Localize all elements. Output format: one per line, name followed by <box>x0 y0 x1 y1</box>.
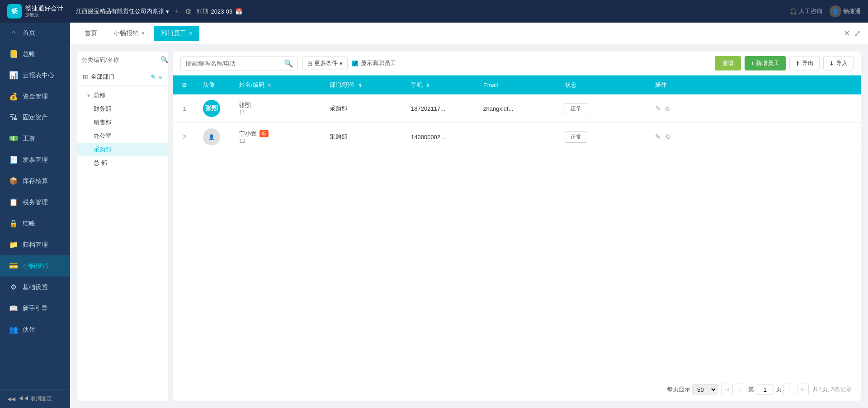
add-company-button[interactable]: + <box>175 7 179 16</box>
cancel-pin-button[interactable]: ◀◀ ◀◀ 取消固定 <box>0 389 70 408</box>
filter-icon: ⊟ <box>307 60 312 67</box>
employee-search-input[interactable] <box>185 60 281 67</box>
export-button[interactable]: ⬆ 导出 <box>789 56 820 70</box>
sidebar-item-tax[interactable]: 📋 税务管理 <box>0 192 70 213</box>
avatar-cell-1: 张熙 <box>196 94 232 123</box>
page-size-select[interactable]: 50 10 20 100 <box>692 384 717 395</box>
sidebar-item-close[interactable]: 🔒 结账 <box>0 213 70 234</box>
last-page-button[interactable]: ⊳ <box>797 384 809 395</box>
sidebar-item-salary[interactable]: 💵 工资 <box>0 128 70 149</box>
dept-node-finance[interactable]: 财务部 <box>77 102 168 116</box>
refresh-icon-2[interactable]: ↻ <box>665 133 671 141</box>
status-badge-1: 正常 <box>565 103 587 114</box>
col-dept[interactable]: 部门/职位 ⇅ <box>322 75 404 94</box>
dept-search-input[interactable] <box>82 56 158 63</box>
col-actions: 操作 <box>648 75 861 94</box>
prev-page-button[interactable]: ‹ <box>735 384 746 395</box>
tab-expand-icon[interactable]: ⤢ <box>854 28 861 38</box>
main-layout: ⌂ 首页 📒 总账 📊 云报表中心 💰 资金管理 🏗 固定资产 💵 工资 🧾 发… <box>0 23 868 408</box>
company-dropdown-icon: ▾ <box>166 8 169 15</box>
phone-sort-icon: ⇅ <box>426 83 430 88</box>
more-filter-button[interactable]: ⊟ 更多条件 ▾ <box>302 56 348 70</box>
table-row: 2 👤 宁小壹 <box>173 123 861 151</box>
tab-employees[interactable]: 部门员工 × <box>154 26 199 41</box>
employee-search-area: 🔍 <box>180 56 298 70</box>
row-num-1: 1 <box>173 94 196 123</box>
show-resigned-label[interactable]: 显示离职员工 <box>361 59 396 67</box>
user-menu[interactable]: 👤 畅捷通 <box>830 5 861 17</box>
fixed-icon: 🏗 <box>9 113 18 122</box>
dept-node-general[interactable]: 总 部 <box>77 156 168 170</box>
partner-icon: 👥 <box>9 325 18 334</box>
tax-icon: 📋 <box>9 198 18 206</box>
service-button[interactable]: 🎧 人工咨询 <box>790 7 822 15</box>
tab-close-all-icon[interactable]: ✕ <box>844 28 850 38</box>
tab-bar: 首页 小畅报销 × 部门员工 × ✕ ⤢ <box>70 23 868 44</box>
dept-node-headquarters[interactable]: ▼ 总部 <box>77 89 168 102</box>
avatar: 👤 <box>830 5 841 17</box>
tab-expense[interactable]: 小畅报销 × <box>106 26 152 41</box>
logout-icon-1[interactable]: ⎋ <box>665 104 670 113</box>
dept-sort-icon: ⇅ <box>358 83 362 88</box>
dept-cell-1: 采购部 <box>322 94 404 123</box>
sidebar-item-settings[interactable]: ⚙ 基础设置 <box>0 277 70 298</box>
sidebar-item-ledger[interactable]: 📒 总账 <box>0 43 70 65</box>
sidebar-item-guide[interactable]: 📖 新手引导 <box>0 298 70 319</box>
calendar-icon[interactable]: 📅 <box>235 8 242 15</box>
topbar: 畅 畅捷通好会计 旗舰版 江西服宝精品有限责任公司内账张 ▾ + ⚙ 账期 20… <box>0 0 868 23</box>
next-page-button[interactable]: › <box>783 384 795 395</box>
dept-node-sales[interactable]: 销售部 <box>77 116 168 129</box>
col-phone[interactable]: 手机 ⇅ <box>404 75 476 94</box>
status-cell-1: 正常 <box>557 94 648 123</box>
tab-expense-close[interactable]: × <box>142 30 145 37</box>
export-icon: ⬆ <box>795 60 800 67</box>
search-icon[interactable]: 🔍 <box>284 59 293 68</box>
invite-button[interactable]: 邀请 <box>715 56 741 70</box>
accounting-period: 账期 2023-03 📅 <box>197 7 243 15</box>
sidebar: ⌂ 首页 📒 总账 📊 云报表中心 💰 资金管理 🏗 固定资产 💵 工资 🧾 发… <box>0 23 70 408</box>
tab-employees-close[interactable]: × <box>189 30 192 37</box>
dept-node-office[interactable]: 办公室 <box>77 129 168 143</box>
edit-icon-1[interactable]: ✎ <box>655 104 661 113</box>
logo-icon: 畅 <box>7 4 22 19</box>
page-size-selector: 每页显示 50 10 20 100 <box>667 384 717 395</box>
sidebar-item-inventory[interactable]: 📦 库存核算 <box>0 170 70 192</box>
dept-search-icon[interactable]: 🔍 <box>160 56 168 63</box>
add-employee-button[interactable]: + 新增员工 <box>745 56 786 70</box>
settings-icon[interactable]: ⚙ <box>185 7 191 16</box>
app-logo: 畅 畅捷通好会计 旗舰版 <box>7 4 71 19</box>
tab-home[interactable]: 首页 <box>77 26 104 41</box>
col-name[interactable]: 姓名/编码 ⇅ <box>232 75 322 94</box>
status-badge-2: 正常 <box>565 131 587 143</box>
sidebar-item-invoice[interactable]: 🧾 发票管理 <box>0 149 70 170</box>
employee-toolbar: 🔍 ⊟ 更多条件 ▾ 显示离职员工 邀请 + 新增员工 <box>173 52 861 75</box>
first-page-button[interactable]: ⊲ <box>721 384 733 395</box>
basic-settings-icon: ⚙ <box>9 283 18 291</box>
dept-collapse-icon[interactable]: « <box>159 73 162 80</box>
dept-edit-icon[interactable]: ✎ <box>151 73 156 80</box>
sidebar-item-fixed[interactable]: 🏗 固定资产 <box>0 107 70 128</box>
sidebar-item-partner[interactable]: 👥 伙伴 <box>0 319 70 340</box>
avatar-2: 👤 <box>203 128 220 145</box>
capital-icon: 💰 <box>9 92 18 101</box>
page-number-input[interactable] <box>756 385 774 395</box>
dept-tree: ▼ 总部 财务部 销售部 办公室 采购部 <box>77 86 168 173</box>
dept-header: ⊞ 全部部门 ✎ « <box>77 68 168 86</box>
headset-icon: 🎧 <box>790 8 797 15</box>
close-month-icon: 🔒 <box>9 219 18 228</box>
status-cell-2: 正常 <box>557 123 648 151</box>
employee-table-container: ⚙ 头像 姓名/编码 ⇅ 部门/职位 <box>173 75 861 378</box>
company-selector[interactable]: 江西服宝精品有限责任公司内账张 ▾ <box>76 7 169 15</box>
alert-badge-2: 应 <box>259 130 269 137</box>
column-settings-icon[interactable]: ⚙ <box>182 82 187 89</box>
sidebar-item-home[interactable]: ⌂ 首页 <box>0 23 70 43</box>
page-content: 🔍 ⊞ 全部部门 ✎ « ▼ 总部 <box>70 44 868 408</box>
sidebar-item-reports[interactable]: 📊 云报表中心 <box>0 65 70 86</box>
sidebar-item-archive[interactable]: 📁 归档管理 <box>0 234 70 255</box>
sidebar-item-expense[interactable]: 💳 小畅报销 <box>0 255 70 277</box>
sidebar-item-capital[interactable]: 💰 资金管理 <box>0 86 70 107</box>
import-button[interactable]: ⬇ 导入 <box>823 56 854 70</box>
edit-icon-2[interactable]: ✎ <box>655 133 661 141</box>
dept-node-purchase[interactable]: 采购部 <box>77 143 168 156</box>
show-resigned-checkbox[interactable] <box>352 61 358 66</box>
